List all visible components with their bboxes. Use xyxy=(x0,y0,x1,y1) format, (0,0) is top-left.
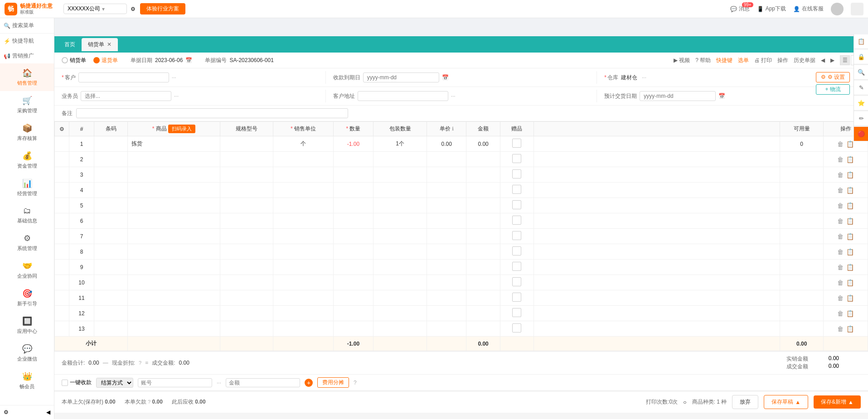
amount-input[interactable] xyxy=(226,378,300,387)
row-pkg-qty-0[interactable]: 1个 xyxy=(373,136,427,152)
row-barcode-2[interactable] xyxy=(94,167,127,183)
row-unit-9[interactable] xyxy=(273,275,333,290)
row-qty-7[interactable] xyxy=(333,244,373,260)
row-qty-10[interactable] xyxy=(333,290,373,306)
scan-btn[interactable]: 扫码录入 xyxy=(168,125,195,133)
shortcut-button[interactable]: 快捷键 xyxy=(716,57,732,64)
gift-checkbox-10[interactable] xyxy=(512,293,521,302)
row-pkg-qty-9[interactable] xyxy=(373,275,427,290)
delete-icon-4[interactable]: 🗑 xyxy=(837,202,844,209)
row-qty-2[interactable] xyxy=(333,167,373,183)
row-unit-price-6[interactable] xyxy=(427,229,466,244)
sidebar-item-purchase[interactable]: 🛒 采购管理 xyxy=(0,91,54,119)
row-product-0[interactable]: 拣货 xyxy=(128,136,220,152)
address-dots-icon[interactable]: ··· xyxy=(451,93,456,99)
row-pkg-qty-10[interactable] xyxy=(373,290,427,306)
gift-checkbox-0[interactable] xyxy=(512,139,521,148)
side-panel-btn-7[interactable]: 🔴 xyxy=(854,127,868,141)
row-pkg-qty-1[interactable] xyxy=(373,152,427,167)
delivery-date-calendar-icon[interactable]: 📅 xyxy=(718,93,725,99)
payment-due-calendar-icon[interactable]: 📅 xyxy=(442,74,449,81)
expense-help-icon[interactable]: ? xyxy=(354,380,357,386)
row-pkg-qty-12[interactable] xyxy=(373,321,427,337)
copy-icon-0[interactable]: 📋 xyxy=(846,140,854,148)
row-barcode-1[interactable] xyxy=(94,152,127,167)
row-unit-price-5[interactable] xyxy=(427,213,466,229)
row-unit-1[interactable] xyxy=(273,152,333,167)
sidebar-item-wechat[interactable]: 💬 企业微信 xyxy=(0,339,54,367)
row-unit-3[interactable] xyxy=(273,183,333,198)
side-panel-btn-2[interactable]: 🔒 xyxy=(854,50,868,64)
row-product-5[interactable] xyxy=(128,213,220,229)
close-tab-icon[interactable]: ✕ xyxy=(107,41,112,48)
delete-icon-1[interactable]: 🗑 xyxy=(837,156,844,163)
delete-icon-9[interactable]: 🗑 xyxy=(837,279,844,286)
logistics-button[interactable]: + 物流 xyxy=(816,84,850,95)
row-spec-0[interactable] xyxy=(220,136,273,152)
gift-checkbox-5[interactable] xyxy=(512,216,521,225)
warehouse-dots-icon[interactable]: ··· xyxy=(642,74,646,81)
row-barcode-6[interactable] xyxy=(94,229,127,244)
row-spec-6[interactable] xyxy=(220,229,273,244)
row-product-6[interactable] xyxy=(128,229,220,244)
sidebar-item-inventory[interactable]: 📦 库存核算 xyxy=(0,119,54,146)
sidebar-item-finance[interactable]: 💰 资金管理 xyxy=(0,146,54,174)
account-dots-icon[interactable]: ··· xyxy=(217,380,221,386)
row-barcode-9[interactable] xyxy=(94,275,127,290)
sidebar-item-marketing[interactable]: 📢 营销推广 xyxy=(0,48,54,63)
row-qty-11[interactable] xyxy=(333,306,373,321)
row-gift-12[interactable] xyxy=(500,321,533,337)
row-amount-6[interactable] xyxy=(466,229,500,244)
row-unit-price-12[interactable] xyxy=(427,321,466,337)
tab-sales-order[interactable]: 销货单 ✕ xyxy=(82,38,118,51)
row-qty-0[interactable]: -1.00 xyxy=(333,136,373,152)
delete-icon-0[interactable]: 🗑 xyxy=(837,140,844,148)
side-panel-btn-1[interactable]: 📋 xyxy=(854,34,868,49)
operate-button[interactable]: 操作 xyxy=(777,57,788,64)
copy-icon-10[interactable]: 📋 xyxy=(846,294,854,302)
gift-checkbox-1[interactable] xyxy=(512,154,521,163)
row-amount-5[interactable] xyxy=(466,213,500,229)
print-button[interactable]: 🖨 打印 xyxy=(754,57,772,64)
pay-method-select[interactable]: 结算方式 xyxy=(96,378,133,388)
row-unit-10[interactable] xyxy=(273,290,333,306)
delete-icon-2[interactable]: 🗑 xyxy=(837,171,844,178)
copy-icon-8[interactable]: 📋 xyxy=(846,264,854,271)
row-product-1[interactable] xyxy=(128,152,220,167)
help-button[interactable]: ? 帮助 xyxy=(695,57,711,64)
gift-checkbox-4[interactable] xyxy=(512,200,521,209)
row-qty-6[interactable] xyxy=(333,229,373,244)
row-unit-5[interactable] xyxy=(273,213,333,229)
customer-input[interactable] xyxy=(78,72,169,82)
sidebar-item-guide[interactable]: 🎯 新手引导 xyxy=(0,284,54,312)
calendar-icon[interactable]: 📅 xyxy=(185,57,192,63)
row-qty-4[interactable] xyxy=(333,198,373,213)
row-gift-0[interactable] xyxy=(500,136,533,152)
row-barcode-4[interactable] xyxy=(94,198,127,213)
row-qty-3[interactable] xyxy=(333,183,373,198)
row-amount-7[interactable] xyxy=(466,244,500,260)
row-barcode-5[interactable] xyxy=(94,213,127,229)
row-pkg-qty-11[interactable] xyxy=(373,306,427,321)
tab-home[interactable]: 首页 xyxy=(58,38,82,51)
copy-icon-9[interactable]: 📋 xyxy=(846,279,854,286)
row-unit-price-4[interactable] xyxy=(427,198,466,213)
row-gift-5[interactable] xyxy=(500,213,533,229)
row-barcode-10[interactable] xyxy=(94,290,127,306)
next-icon[interactable]: ▶ xyxy=(830,57,834,63)
row-unit-price-7[interactable] xyxy=(427,244,466,260)
history-button[interactable]: 历史单据 xyxy=(794,57,815,64)
customer-address-input[interactable] xyxy=(358,91,448,101)
copy-icon-5[interactable]: 📋 xyxy=(846,217,854,225)
salesperson-input[interactable] xyxy=(81,91,171,101)
expense-split-button[interactable]: 费用分摊 xyxy=(317,377,349,388)
sidebar-settings-icon[interactable]: ⚙ xyxy=(4,409,9,415)
delivery-date-input[interactable] xyxy=(640,91,716,101)
sidebar-item-app-center[interactable]: 🔲 应用中心 xyxy=(0,312,54,339)
row-amount-8[interactable] xyxy=(466,260,500,275)
row-gift-6[interactable] xyxy=(500,229,533,244)
row-gift-7[interactable] xyxy=(500,244,533,260)
row-product-4[interactable] xyxy=(128,198,220,213)
gift-checkbox-2[interactable] xyxy=(512,169,521,178)
row-spec-4[interactable] xyxy=(220,198,273,213)
